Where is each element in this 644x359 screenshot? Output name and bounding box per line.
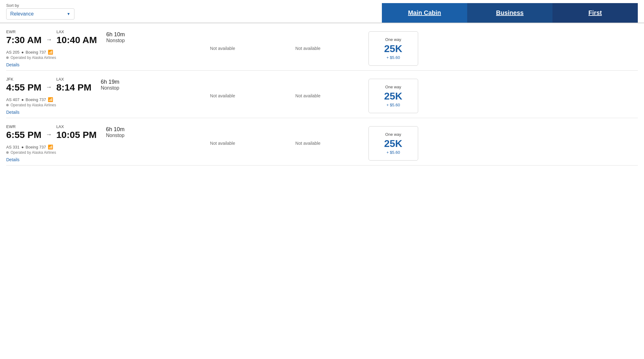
sort-label: Sort by	[6, 3, 87, 8]
wifi-icon: 📶	[48, 144, 53, 149]
details-link[interactable]: Details	[6, 157, 180, 162]
flight-meta-line: AS 331 ● Boeing 737 📶	[6, 144, 180, 149]
dot-icon	[6, 104, 9, 106]
price-card[interactable]: One way 25K + $5.60	[351, 29, 436, 67]
tab-main-cabin-label: Main Cabin	[408, 9, 441, 16]
flight-info: EWR 7:30 AM → LAX 10:40 AM 6h 10m Nonsto…	[6, 29, 180, 67]
flight-row: JFK 4:55 PM → LAX 8:14 PM 6h 19m Nonstop…	[6, 71, 638, 118]
origin-block: EWR 6:55 PM	[6, 124, 41, 140]
price-miles: 25K	[378, 43, 409, 55]
price-miles: 25K	[378, 138, 409, 149]
wifi-icon: 📶	[48, 50, 53, 55]
origin-code: JFK	[6, 77, 41, 82]
price-card[interactable]: One way 25K + $5.60	[351, 77, 436, 115]
cabin-cells: Not available Not available One way 25K …	[180, 124, 638, 162]
price-card-inner: One way 25K + $5.60	[369, 79, 418, 113]
operator: Operated by Alaska Airlines	[11, 103, 56, 107]
bullet: ●	[21, 97, 24, 102]
flight-times: EWR 6:55 PM → LAX 10:05 PM 6h 10m Nonsto…	[6, 124, 180, 140]
dot-icon	[6, 56, 9, 59]
dest-code: LAX	[56, 29, 97, 34]
bullet: ●	[21, 145, 24, 149]
price-miles: 25K	[378, 91, 409, 102]
price-card[interactable]: One way 25K + $5.60	[351, 124, 436, 162]
origin-block: EWR 7:30 AM	[6, 29, 42, 45]
wifi-icon: 📶	[48, 97, 53, 102]
main-cabin-availability: Not available	[210, 93, 235, 98]
arrow-icon: →	[46, 36, 52, 43]
sort-arrow-icon: ▼	[67, 12, 70, 16]
operated-by: Operated by Alaska Airlines	[6, 150, 180, 155]
dest-code: LAX	[56, 77, 91, 82]
sort-dropdown[interactable]: Relevance ▼	[6, 8, 74, 20]
price-tax: + $5.60	[378, 103, 409, 107]
business-availability: Not available	[295, 46, 320, 51]
flight-meta: AS 205 ● Boeing 737 📶 Operated by Alaska…	[6, 50, 180, 60]
operator: Operated by Alaska Airlines	[11, 55, 56, 60]
flight-info: EWR 6:55 PM → LAX 10:05 PM 6h 10m Nonsto…	[6, 124, 180, 162]
tab-business-label: Business	[496, 9, 524, 16]
dest-block: LAX 10:05 PM	[56, 124, 96, 140]
flight-row: EWR 6:55 PM → LAX 10:05 PM 6h 10m Nonsto…	[6, 118, 638, 166]
arrive-time: 10:05 PM	[56, 130, 96, 140]
cabin-tabs: Main Cabin Business First	[382, 3, 638, 23]
business-cell: Not available	[265, 124, 351, 162]
flight-times: JFK 4:55 PM → LAX 8:14 PM 6h 19m Nonstop	[6, 77, 180, 93]
arrow-icon: →	[46, 83, 52, 91]
details-link[interactable]: Details	[6, 62, 180, 67]
flight-row: EWR 7:30 AM → LAX 10:40 AM 6h 10m Nonsto…	[6, 23, 638, 71]
business-cell: Not available	[265, 77, 351, 115]
main-cabin-cell: Not available	[180, 124, 265, 162]
flight-meta-line: AS 205 ● Boeing 737 📶	[6, 50, 180, 55]
flights-list: EWR 7:30 AM → LAX 10:40 AM 6h 10m Nonsto…	[0, 23, 644, 166]
business-availability: Not available	[295, 93, 320, 98]
tab-first-label: First	[588, 9, 602, 16]
sort-value: Relevance	[10, 11, 34, 17]
one-way-label: One way	[378, 85, 409, 89]
flight-number: AS 407	[6, 97, 20, 102]
main-cabin-availability: Not available	[210, 46, 235, 51]
main-cabin-availability: Not available	[210, 141, 235, 146]
price-card-inner: One way 25K + $5.60	[369, 126, 418, 161]
sort-container: Sort by Relevance ▼	[6, 3, 87, 23]
tab-business[interactable]: Business	[467, 3, 552, 23]
dest-block: LAX 8:14 PM	[56, 77, 91, 93]
aircraft: Boeing 737	[26, 145, 46, 149]
arrow-icon: →	[46, 131, 52, 138]
aircraft: Boeing 737	[26, 97, 46, 102]
flight-meta: AS 407 ● Boeing 737 📶 Operated by Alaska…	[6, 97, 180, 107]
price-card-inner: One way 25K + $5.60	[369, 31, 418, 66]
operator: Operated by Alaska Airlines	[11, 150, 56, 155]
business-cell: Not available	[265, 29, 351, 67]
business-availability: Not available	[295, 141, 320, 146]
duration-block: 6h 19m Nonstop	[101, 79, 119, 91]
cabin-cells: Not available Not available One way 25K …	[180, 77, 638, 115]
duration: 6h 10m	[106, 126, 124, 133]
flight-number: AS 205	[6, 50, 20, 55]
arrive-time: 10:40 AM	[56, 35, 97, 45]
stops: Nonstop	[106, 133, 124, 138]
duration-block: 6h 10m Nonstop	[106, 31, 125, 43]
duration: 6h 19m	[101, 79, 119, 85]
price-tax: + $5.60	[378, 150, 409, 155]
details-link[interactable]: Details	[6, 110, 180, 115]
aircraft: Boeing 737	[26, 50, 46, 55]
depart-time: 6:55 PM	[6, 130, 41, 140]
tab-main-cabin[interactable]: Main Cabin	[382, 3, 467, 23]
depart-time: 7:30 AM	[6, 35, 42, 45]
bullet: ●	[21, 50, 24, 55]
origin-code: EWR	[6, 29, 42, 34]
origin-block: JFK 4:55 PM	[6, 77, 41, 93]
flight-number: AS 331	[6, 145, 20, 149]
arrive-time: 8:14 PM	[56, 82, 91, 93]
operated-by: Operated by Alaska Airlines	[6, 55, 180, 60]
dest-code: LAX	[56, 124, 96, 129]
stops: Nonstop	[101, 85, 119, 91]
one-way-label: One way	[378, 132, 409, 137]
operated-by: Operated by Alaska Airlines	[6, 103, 180, 107]
header-row: Sort by Relevance ▼ Main Cabin Business …	[0, 0, 644, 23]
tab-first[interactable]: First	[552, 3, 638, 23]
main-cabin-cell: Not available	[180, 77, 265, 115]
flight-info: JFK 4:55 PM → LAX 8:14 PM 6h 19m Nonstop…	[6, 77, 180, 115]
main-cabin-cell: Not available	[180, 29, 265, 67]
